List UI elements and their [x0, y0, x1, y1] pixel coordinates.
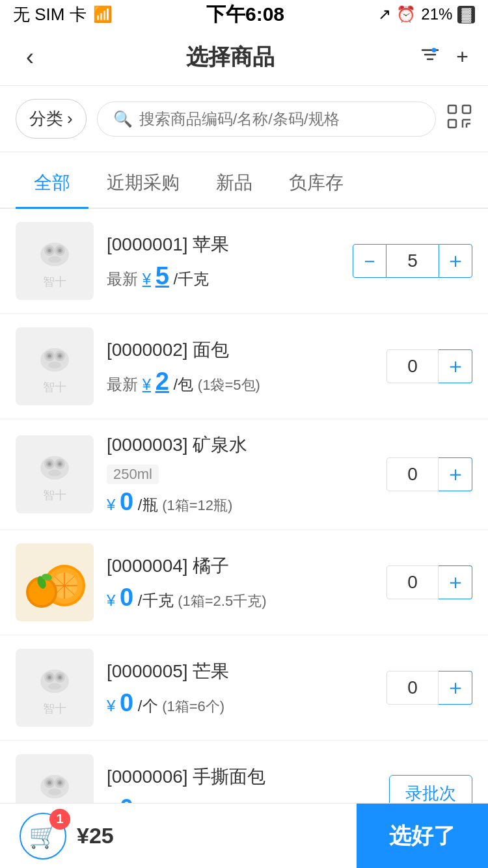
product-name-6: [0000006] 手撕面包	[107, 765, 376, 789]
product-info-2: [0000002] 面包 最新 ¥ 2 /包 (1袋=5包)	[107, 338, 373, 396]
price-symbol: ¥	[107, 591, 115, 609]
quantity-display-2: 0	[386, 349, 439, 383]
price-unit-4: /千克	[138, 591, 174, 609]
price-value-3: 0	[120, 488, 133, 515]
svg-point-17	[59, 249, 62, 252]
product-price-1: 最新 ¥ 5 /千克	[107, 262, 340, 290]
svg-point-26	[48, 362, 61, 368]
price-unit-5: /个	[138, 697, 158, 714]
quantity-display-4: 0	[386, 565, 439, 599]
svg-point-25	[59, 355, 62, 358]
filter-icon[interactable]	[420, 44, 441, 70]
quantity-input-1[interactable]	[386, 244, 439, 278]
tab-negative[interactable]: 负库存	[271, 163, 362, 209]
product-info-1: [0000001] 苹果 最新 ¥ 5 /千克	[107, 232, 340, 290]
nav-bar: ‹ 选择商品 +	[0, 29, 488, 86]
svg-point-24	[48, 355, 51, 358]
product-image-3: 智十	[16, 435, 94, 513]
increment-button-4[interactable]: ＋	[439, 565, 472, 599]
product-name-4: [0000004] 橘子	[107, 554, 373, 578]
cart-total: ¥25	[77, 823, 114, 848]
price-value-4: 0	[120, 584, 133, 611]
product-info-4: [0000004] 橘子 ¥ 0 /千克 (1箱=2.5千克)	[107, 554, 373, 612]
cart-section: 🛒 1 ¥25	[0, 813, 357, 860]
svg-rect-6	[448, 120, 456, 128]
svg-point-59	[48, 781, 51, 785]
placeholder-logo: 智十	[35, 232, 74, 290]
increment-button-5[interactable]: ＋	[439, 671, 472, 705]
product-price-2: 最新 ¥ 2 /包 (1袋=5包)	[107, 368, 373, 396]
page-title: 选择商品	[186, 42, 275, 72]
price-symbol: ¥	[142, 375, 151, 393]
price-value-2: 2	[156, 368, 169, 395]
price-value-1: 5	[156, 262, 169, 290]
confirm-button[interactable]: 选好了	[357, 804, 488, 868]
battery-icon: ▓	[457, 6, 475, 23]
product-name-2: [0000002] 面包	[107, 338, 373, 362]
tab-recent[interactable]: 近期采购	[88, 163, 198, 209]
cart-icon[interactable]: 🛒 1	[20, 813, 66, 860]
product-image-1: 智十	[16, 222, 94, 300]
increment-button-2[interactable]: ＋	[439, 349, 472, 383]
product-name-1: [0000001] 苹果	[107, 232, 340, 257]
product-spec-3: 250ml	[107, 465, 159, 484]
svg-point-16	[48, 249, 51, 252]
placeholder-logo: 智十	[35, 659, 74, 716]
product-info-3: [0000003] 矿泉水 250ml ¥ 0 /瓶 (1箱=12瓶)	[107, 433, 373, 516]
price-unit-1: /千克	[174, 270, 210, 288]
increment-button-1[interactable]: ＋	[439, 244, 472, 278]
quantity-control-4: 0 ＋	[386, 565, 472, 599]
svg-point-32	[48, 463, 51, 466]
placeholder-logo: 智十	[35, 446, 74, 503]
tab-bar: 全部 近期采购 新品 负库存	[0, 152, 488, 209]
category-arrow: ›	[67, 109, 73, 129]
quantity-control-2: 0 ＋	[386, 349, 472, 383]
brand-label: 智十	[43, 701, 66, 716]
product-image-2: 智十	[16, 327, 94, 405]
svg-point-3	[432, 47, 437, 52]
decrement-button-1[interactable]: －	[353, 244, 386, 278]
list-item: 智十 [0000002] 面包 最新 ¥ 2 /包 (1袋=5包) 0 ＋	[0, 314, 488, 418]
filter-bar: 分类 › 🔍	[0, 86, 488, 152]
svg-point-61	[48, 789, 61, 795]
brand-label: 智十	[43, 379, 66, 395]
back-button[interactable]: ‹	[20, 37, 40, 77]
price-label: 最新	[107, 375, 142, 393]
increment-button-3[interactable]: ＋	[439, 457, 472, 491]
status-bar: 无 SIM 卡 📶 下午6:08 ↗ ⏰ 21% ▓	[0, 0, 488, 29]
svg-rect-5	[463, 105, 470, 113]
price-pack-2: (1袋=5包)	[198, 377, 260, 393]
svg-point-60	[59, 781, 62, 785]
product-price-4: ¥ 0 /千克 (1箱=2.5千克)	[107, 584, 373, 612]
list-item: 智十 [0000001] 苹果 最新 ¥ 5 /千克 － ＋	[0, 209, 488, 313]
svg-point-34	[48, 470, 61, 476]
product-price-3: ¥ 0 /瓶 (1箱=12瓶)	[107, 488, 373, 516]
bottom-bar: 🛒 1 ¥25 选好了	[0, 803, 488, 868]
quantity-display-3: 0	[386, 457, 439, 491]
scan-icon[interactable]	[446, 103, 472, 135]
price-symbol: ¥	[107, 496, 115, 513]
svg-point-18	[48, 256, 61, 263]
category-button[interactable]: 分类 ›	[16, 99, 87, 139]
location-icon: ↗	[378, 5, 391, 23]
svg-point-33	[59, 463, 62, 466]
price-pack-5: (1箱=6个)	[162, 698, 224, 714]
svg-point-53	[48, 683, 61, 690]
brand-label: 智十	[43, 274, 66, 290]
tab-all[interactable]: 全部	[16, 163, 88, 209]
search-input[interactable]	[139, 110, 420, 128]
price-pack-3: (1箱=12瓶)	[162, 497, 232, 513]
list-item: 智十 [0000005] 芒果 ¥ 0 /个 (1箱=6个) 0 ＋	[0, 636, 488, 740]
price-value-5: 0	[120, 689, 133, 716]
tab-new[interactable]: 新品	[198, 163, 271, 209]
price-unit-3: /瓶	[138, 496, 158, 513]
price-label: 最新	[107, 270, 142, 288]
quantity-control-1: － ＋	[353, 244, 472, 278]
placeholder-logo: 智十	[35, 338, 74, 395]
wifi-icon: 📶	[93, 5, 113, 23]
add-icon[interactable]: +	[456, 45, 468, 69]
price-symbol: ¥	[142, 270, 151, 288]
status-time: 下午6:08	[206, 1, 284, 28]
product-info-5: [0000005] 芒果 ¥ 0 /个 (1箱=6个)	[107, 659, 373, 717]
price-symbol: ¥	[107, 697, 115, 714]
